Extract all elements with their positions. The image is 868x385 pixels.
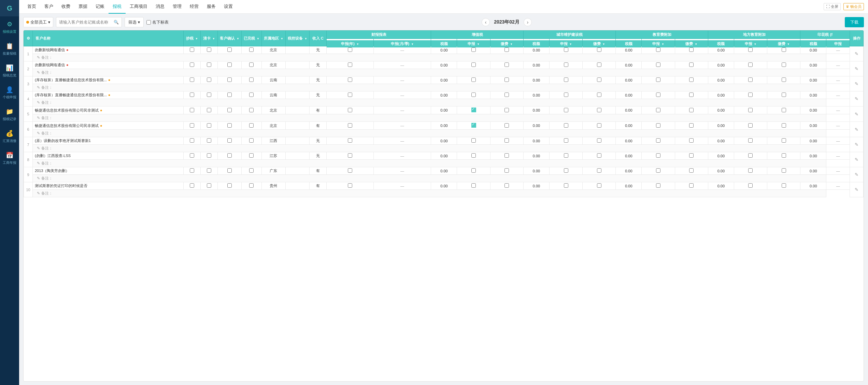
filter-button[interactable]: 筛选 ▾ [125,17,144,27]
note-edit-icon[interactable]: ✎ [37,146,40,150]
jy-jiaof-cell[interactable] [675,91,708,99]
cs-shenb-cell[interactable] [549,167,582,175]
df-shenb-cell[interactable] [734,91,767,99]
caibao-year-cell[interactable] [326,137,373,145]
zzs-jiaof-cell[interactable] [490,182,523,190]
fullscreen-btn[interactable]: ⛶ 全屏 [824,3,841,10]
col-income[interactable]: 收入 C [309,31,326,46]
nav-settings[interactable]: 设置 [220,0,237,14]
cs-shenb-cell[interactable] [549,106,582,114]
search-box[interactable]: 🔍 [56,17,122,27]
edit-cell[interactable]: ✎ [850,137,864,152]
qingka-cell[interactable] [201,137,218,145]
cs-jiaof-cell[interactable] [583,91,616,99]
jy-shenb-cell[interactable] [642,76,675,84]
edit-icon[interactable]: ✎ [855,112,858,117]
sub-cs-jiaof[interactable]: 缴费 ▼ [583,40,616,47]
note-cell[interactable]: ✎备注： [33,84,826,91]
note-edit-icon[interactable]: ✎ [37,116,40,120]
download-button[interactable]: 下载 [845,17,864,27]
note-edit-icon[interactable]: ✎ [37,70,40,74]
confirm-cell[interactable] [218,167,242,175]
wanshu-cell[interactable] [241,122,261,130]
cs-jiaof-cell[interactable] [583,182,616,190]
edit-icon[interactable]: ✎ [855,127,858,132]
cs-shenb-cell[interactable] [549,152,582,160]
sub-zzs-shenb[interactable]: 申报 ▼ [457,40,490,47]
jy-jiaof-cell[interactable] [675,182,708,190]
qingka-cell[interactable] [201,122,218,130]
cs-shenb-cell[interactable] [549,137,582,145]
edit-cell[interactable]: ✎ [850,152,864,167]
employee-select[interactable]: 全部员工 ▾ [23,17,53,27]
nav-client[interactable]: 客户 [40,0,57,14]
nav-message[interactable]: 消息 [152,0,169,14]
chaoshu-cell[interactable] [184,46,201,54]
sub-df-shenb[interactable]: 申报 ▼ [734,40,767,47]
note-cell[interactable]: ✎备注： [33,145,826,152]
zzs-shenb-cell[interactable] [457,91,490,99]
cs-jiaof-cell[interactable] [583,106,616,114]
zzs-shenb-cell[interactable] [457,182,490,190]
note-cell[interactable]: ✎备注： [33,175,826,182]
note-cell[interactable]: ✎备注： [33,99,826,106]
nav-invoice[interactable]: 票据 [74,0,91,14]
sub-jy-shenb[interactable]: 申报 ▼ [642,40,675,47]
df-jiaof-cell[interactable] [767,152,800,160]
jy-jiaof-cell[interactable] [675,122,708,130]
caibao-year-cell[interactable] [326,106,373,114]
sidebar-item-tax-settings[interactable]: ⚙ 报税设置 [0,16,19,38]
zzs-jiaof-cell[interactable] [490,106,523,114]
confirm-cell[interactable] [218,182,242,190]
chaoshu-cell[interactable] [184,61,201,69]
jy-shenb-cell[interactable] [642,182,675,190]
col-wanshu[interactable]: 已完税 ▼ [241,31,261,46]
jy-jiaof-cell[interactable] [675,76,708,84]
edit-cell[interactable]: ✎ [850,46,864,61]
df-jiaof-cell[interactable] [767,167,800,175]
df-shenb-cell[interactable] [734,152,767,160]
cs-jiaof-cell[interactable] [583,167,616,175]
col-setting[interactable]: ⚙ [24,31,33,46]
cs-shenb-cell[interactable] [549,122,582,130]
sub-zzs-jiaof[interactable]: 缴费 ▼ [490,40,523,47]
wanshu-cell[interactable] [241,46,261,54]
chaoshu-cell[interactable] [184,122,201,130]
wanshu-cell[interactable] [241,152,261,160]
edit-cell[interactable]: ✎ [850,122,864,137]
confirm-cell[interactable] [218,91,242,99]
jy-jiaof-cell[interactable] [675,61,708,69]
edit-icon[interactable]: ✎ [855,96,858,101]
tax-table-container[interactable]: ⚙ 客户名称 抄税 ▼ 清卡 ▼ 客户确认 ▼ 已完税 ▼ 所属地区 ▼ 税控设… [23,30,864,382]
confirm-cell[interactable] [218,152,242,160]
caibao-year-cell[interactable] [326,182,373,190]
note-cell[interactable]: ✎备注： [33,69,826,76]
confirm-cell[interactable] [218,61,242,69]
note-edit-icon[interactable]: ✎ [37,100,40,104]
wanshu-cell[interactable] [241,91,261,99]
qingka-cell[interactable] [201,61,218,69]
sidebar-item-tax-view[interactable]: 📊 报税总览 [0,60,19,82]
edit-cell[interactable]: ✎ [850,182,864,197]
caibao-year-cell[interactable] [326,167,373,175]
cs-jiaof-cell[interactable] [583,61,616,69]
qingka-cell[interactable] [201,182,218,190]
edit-cell[interactable]: ✎ [850,76,864,91]
sidebar-item-personal-tax[interactable]: 👤 个税申报 [0,82,19,104]
sub-caibao-month[interactable]: 申报(月/季) ▼ [373,40,431,47]
caibao-year-cell[interactable] [326,91,373,99]
df-shenb-cell[interactable] [734,182,767,190]
edit-cell[interactable]: ✎ [850,61,864,76]
sub-caibao-year[interactable]: 申报(年) ▼ [326,40,373,47]
edit-cell[interactable]: ✎ [850,106,864,122]
wanshu-cell[interactable] [241,182,261,190]
confirm-cell[interactable] [218,46,242,54]
df-jiaof-cell[interactable] [767,106,800,114]
nav-operation[interactable]: 经营 [186,0,203,14]
wanshu-cell[interactable] [241,76,261,84]
cs-jiaof-cell[interactable] [583,76,616,84]
note-cell[interactable]: ✎备注： [33,160,826,167]
df-jiaof-cell[interactable] [767,61,800,69]
sidebar-item-annual-report[interactable]: 📅 工商年报 [0,147,19,169]
df-shenb-cell[interactable] [734,76,767,84]
